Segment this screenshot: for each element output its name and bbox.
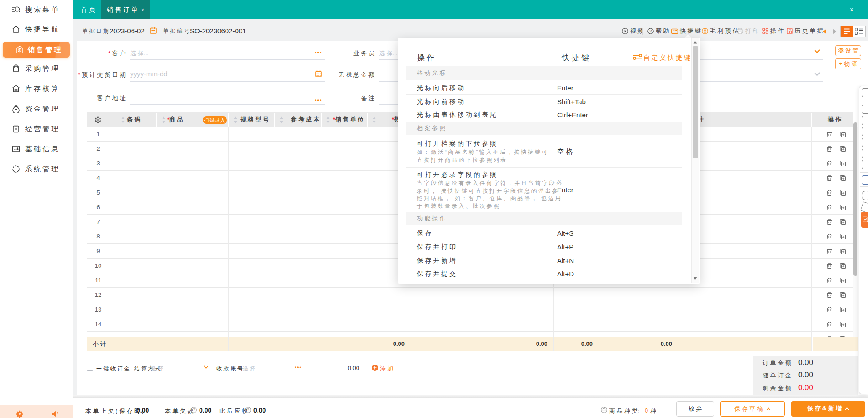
- svg-text:?: ?: [649, 29, 652, 33]
- svg-text:?: ?: [247, 407, 249, 412]
- svg-text:?: ?: [193, 407, 195, 412]
